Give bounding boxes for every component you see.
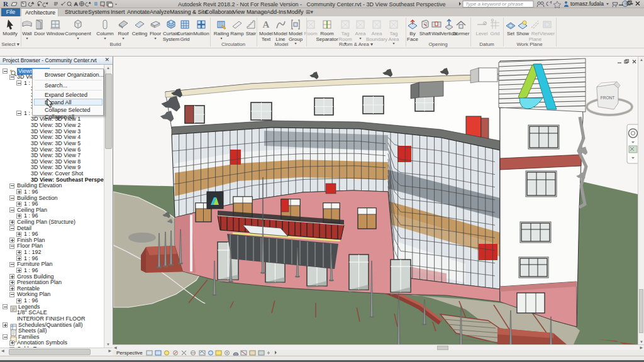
svg-text:tomasz.fudala: tomasz.fudala bbox=[570, 1, 604, 7]
svg-text:R: R bbox=[3, 0, 9, 8]
svg-text:FRONT: FRONT bbox=[601, 96, 614, 100]
svg-text:Type a keyword or phrase: Type a keyword or phrase bbox=[465, 1, 523, 7]
svg-text:A: A bbox=[74, 1, 78, 7]
